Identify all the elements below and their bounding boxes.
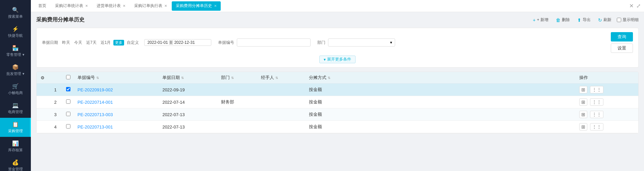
- add-button[interactable]: + + 新增: [531, 16, 550, 24]
- table-row: 4 PE-20220713-001 2022-07-13 按金额 ⊞ ⋮⋮: [37, 121, 638, 133]
- action-view-icon[interactable]: ⊞: [579, 111, 587, 118]
- row-gear-cell: [37, 96, 49, 108]
- row-actions: ⊞ ⋮⋮: [576, 121, 638, 133]
- row-actions: ⊞ ⋮⋮: [576, 96, 638, 108]
- tab-close-icon[interactable]: ✕: [164, 4, 167, 8]
- delete-button[interactable]: 🗑 删除: [554, 16, 572, 24]
- expand-icon[interactable]: ⤢: [636, 3, 641, 9]
- sidebar-item-label: 资金管理: [2, 167, 29, 171]
- sidebar-item-零售管理[interactable]: 🏪零售管理 ▾: [0, 41, 31, 61]
- sort-icon-dept: ⇅: [231, 76, 234, 80]
- doc-no-link[interactable]: PE-20220713-003: [77, 112, 113, 117]
- search-button[interactable]: 查询: [611, 32, 633, 41]
- shortcut-more[interactable]: 更多: [113, 40, 124, 46]
- row-gear-cell: [37, 121, 49, 133]
- shortcut-custom[interactable]: 自定义: [125, 39, 140, 46]
- sidebar-item-快捷导航[interactable]: ⚡快捷导航: [0, 22, 31, 41]
- row-checkbox[interactable]: [66, 87, 70, 91]
- doc-no-filter: 单据编号: [218, 38, 311, 47]
- show-col-checkbox[interactable]: 显示明细: [617, 17, 639, 23]
- select-all-checkbox[interactable]: [66, 75, 70, 79]
- sidebar-item-label: 库存核算: [2, 148, 29, 153]
- row-dept: [218, 121, 258, 133]
- menu-icon: 🏪: [2, 45, 29, 51]
- sidebar-item-label: 零售管理 ▾: [2, 52, 29, 57]
- tab-进货单统计表[interactable]: 进货单统计表✕: [93, 1, 129, 11]
- sidebar-item-采购管理[interactable]: 📋采购管理: [0, 118, 31, 137]
- settings-button[interactable]: 设置: [611, 44, 633, 53]
- sidebar-item-搜索菜单[interactable]: 🔍搜索菜单: [0, 3, 31, 22]
- col-dept: 部门⇅: [218, 72, 258, 84]
- shortcut-yesterday[interactable]: 昨天: [61, 39, 71, 46]
- tab-label: 采购订单统计表: [55, 3, 83, 9]
- row-checkbox[interactable]: [66, 124, 70, 129]
- export-button[interactable]: ⬆ 导出: [575, 16, 593, 24]
- expand-more-button[interactable]: ▾ 展开更多条件: [319, 56, 356, 63]
- menu-icon: 🔍: [2, 7, 29, 13]
- chevron-down-icon: ▾: [390, 40, 392, 45]
- action-more-icon[interactable]: ⋮⋮: [590, 111, 603, 118]
- tab-采购订单统计表[interactable]: 采购订单统计表✕: [51, 1, 92, 11]
- tab-采购费用分摊单历史[interactable]: 采购费用分摊单历史✕: [172, 1, 221, 11]
- row-gear-cell: [37, 84, 49, 96]
- doc-no-input[interactable]: [237, 38, 311, 47]
- tab-采购订单执行表[interactable]: 采购订单执行表✕: [130, 1, 171, 11]
- dept-select[interactable]: ▾: [328, 38, 395, 47]
- menu-icon: ⚡: [2, 26, 29, 32]
- col-doc-no: 单据编号⇅: [74, 72, 159, 84]
- main-area: 首页采购订单统计表✕进货单统计表✕采购订单执行表✕采购费用分摊单历史✕ ✕ ⤢ …: [31, 0, 644, 171]
- tab-close-icon[interactable]: ✕: [214, 4, 217, 8]
- sidebar: 🔍搜索菜单⚡快捷导航🏪零售管理 ▾📦批发管理 ▾🛒小畅电商💻电商管理📋采购管理📊…: [0, 0, 31, 171]
- col-checkbox: [62, 72, 74, 84]
- shortcut-today[interactable]: 今天: [73, 39, 84, 46]
- shortcut-1month[interactable]: 近1月: [99, 39, 112, 46]
- row-doc-date: 2022-07-13: [159, 108, 217, 121]
- tab-close-icon[interactable]: ✕: [123, 4, 125, 8]
- sidebar-item-电商管理[interactable]: 💻电商管理: [0, 99, 31, 118]
- row-dept: [218, 108, 258, 121]
- action-more-icon[interactable]: ⋮⋮: [590, 123, 603, 131]
- row-num: 1: [49, 84, 62, 96]
- date-range-input[interactable]: [144, 39, 211, 46]
- refresh-button[interactable]: ↻ 刷新: [596, 16, 613, 24]
- action-view-icon[interactable]: ⊞: [579, 86, 587, 93]
- table-body: 1 PE-20220919-002 2022-09-19 按金额 ⊞ ⋮⋮ 2 …: [37, 84, 638, 133]
- action-view-icon[interactable]: ⊞: [579, 123, 587, 131]
- sidebar-item-label: 快捷导航: [2, 33, 29, 38]
- tab-首页[interactable]: 首页: [34, 1, 50, 11]
- action-view-icon[interactable]: ⊞: [579, 98, 587, 106]
- add-icon: +: [533, 17, 535, 23]
- show-col-input[interactable]: [617, 18, 621, 22]
- sidebar-item-库存核算[interactable]: 📊库存核算: [0, 137, 31, 156]
- doc-no-link[interactable]: PE-20220713-001: [77, 124, 113, 130]
- sidebar-item-资金管理[interactable]: 💰资金管理: [0, 156, 31, 171]
- doc-no-link[interactable]: PE-20220714-001: [77, 100, 113, 105]
- col-gear: ⚙: [37, 72, 49, 84]
- sidebar-item-批发管理[interactable]: 📦批发管理 ▾: [0, 61, 31, 80]
- toolbar: + + 新增 🗑 删除 ⬆ 导出 ↻ 刷新 显示明细: [531, 16, 639, 24]
- action-more-icon[interactable]: ⋮⋮: [590, 98, 603, 106]
- action-more-icon[interactable]: ⋮⋮: [590, 86, 603, 93]
- shortcut-7days[interactable]: 近7天: [85, 39, 98, 46]
- tab-close-icon[interactable]: ✕: [85, 4, 88, 8]
- row-checkbox-cell: [62, 84, 74, 96]
- row-checkbox[interactable]: [66, 112, 70, 116]
- sort-icon-doc-date: ⇅: [181, 76, 184, 80]
- row-doc-date: 2022-07-14: [159, 96, 217, 108]
- date-filter: 单据日期 昨天 今天 近7天 近1月 更多 自定义: [42, 39, 211, 46]
- row-checkbox[interactable]: [66, 99, 70, 104]
- tab-label: 采购费用分摊单历史: [176, 3, 212, 9]
- row-actions: ⊞ ⋮⋮: [576, 108, 638, 121]
- filter-area: 单据日期 昨天 今天 近7天 近1月 更多 自定义 单据编号: [36, 28, 639, 68]
- row-num: 3: [49, 108, 62, 121]
- close-icon[interactable]: ✕: [629, 3, 634, 9]
- sidebar-item-label: 批发管理 ▾: [2, 71, 29, 76]
- sidebar-item-小畅电商[interactable]: 🛒小畅电商: [0, 80, 31, 99]
- sort-icon-handler: ⇅: [275, 76, 278, 80]
- content-area: 采购费用分摊单历史 + + 新增 🗑 删除 ⬆ 导出 ↻ 刷新: [31, 12, 644, 171]
- table-row: 3 PE-20220713-003 2022-07-13 按金额 ⊞ ⋮⋮: [37, 108, 638, 121]
- doc-no-link[interactable]: PE-20220919-002: [77, 87, 113, 92]
- col-actions: 操作: [576, 72, 638, 84]
- sidebar-item-label: 小畅电商: [2, 90, 29, 95]
- gear-icon[interactable]: ⚙: [41, 75, 45, 80]
